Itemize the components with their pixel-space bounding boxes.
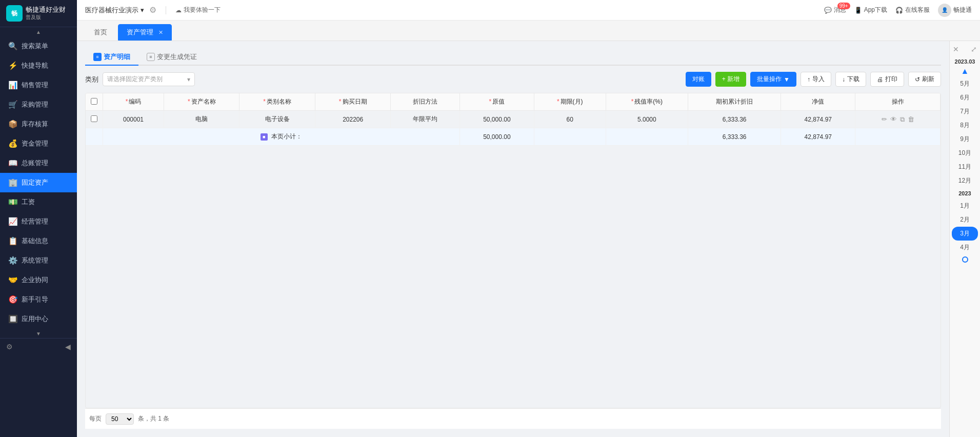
download-btn[interactable]: ↓ 下载 (835, 72, 866, 87)
refresh-label: 刷新 (922, 75, 934, 84)
sidebar-item-label: 经营管理 (22, 217, 48, 226)
subtotal-label: ■ 本页小计： (103, 128, 460, 146)
row-actions: ✏ 👁 ⧉ 🗑 (855, 111, 941, 128)
header-net-value: 净值 (781, 93, 855, 111)
row-category: 电子设备 (239, 111, 315, 128)
right-panel: ✕ ⤢ 2023.03 ▲ 5月 6月 7月 8月 9月 10月 11月 12月… (949, 41, 980, 437)
per-page-label: 每页 (89, 414, 102, 423)
tab-home-label: 首页 (94, 28, 107, 36)
tab-asset-mgmt[interactable]: 资产管理 ✕ (118, 24, 172, 41)
sidebar-scroll-up[interactable]: ▲ (0, 27, 77, 36)
online-service-btn[interactable]: 🎧 在线客服 (895, 6, 930, 14)
user-menu[interactable]: 👤 畅捷通 (938, 4, 972, 17)
feedback-btn[interactable]: ☁ 我要体验一下 (175, 6, 221, 14)
inventory-icon: 📦 (8, 120, 17, 129)
import-btn[interactable]: ↑ 导入 (801, 72, 831, 87)
sidebar-item-system[interactable]: ⚙️ 系统管理 (0, 251, 77, 270)
sidebar-item-search[interactable]: 🔍 搜索菜单 (0, 36, 77, 56)
account-btn[interactable]: 对账 (686, 72, 711, 87)
month-12[interactable]: 12月 (950, 174, 980, 188)
month-5[interactable]: 5月 (950, 77, 980, 91)
refresh-btn[interactable]: ↺ 刷新 (908, 72, 941, 87)
month-4[interactable]: 4月 (950, 241, 980, 254)
import-label: 导入 (812, 75, 825, 84)
messages-btn[interactable]: 💬 消息 99+ (824, 6, 846, 14)
right-panel-expand-icon[interactable]: ⤢ (971, 45, 977, 53)
month-9[interactable]: 9月 (950, 132, 980, 146)
sidebar-item-fixed-assets[interactable]: 🏢 固定资产 (0, 173, 77, 192)
tab-home[interactable]: 首页 (85, 24, 116, 41)
sidebar-logo: 畅 畅捷通好业财 普及版 (0, 0, 77, 27)
month-2[interactable]: 2月 (950, 213, 980, 227)
sidebar-item-guide[interactable]: 🎯 新手引导 (0, 290, 77, 309)
sidebar-item-quick-nav[interactable]: ⚡ 快捷导航 (0, 56, 77, 75)
sidebar-item-label: 库存核算 (22, 120, 48, 129)
panel-scroll-up[interactable]: ▲ (960, 66, 970, 77)
month-10[interactable]: 10月 (950, 146, 980, 160)
subtotal-original-value: 50,000.00 (459, 128, 534, 146)
sidebar-item-ledger[interactable]: 📖 总账管理 (0, 153, 77, 173)
month-7[interactable]: 7月 (950, 105, 980, 118)
header-period: *期限(月) (534, 93, 606, 111)
asset-table-wrapper: *编码 *资产名称 *类别名称 *购买日期 折旧方法 *原值 *期限(月) *残… (85, 93, 941, 408)
scroll-indicator[interactable] (962, 256, 968, 263)
sidebar-item-inventory[interactable]: 📦 库存核算 (0, 114, 77, 134)
download-icon: ↓ (842, 76, 845, 83)
copy-icon[interactable]: ⧉ (900, 115, 905, 124)
tab-close-icon[interactable]: ✕ (158, 29, 163, 35)
sidebar-item-app-center[interactable]: 🔲 应用中心 (0, 309, 77, 329)
subtotal-accumulated: 6,333.36 (688, 128, 781, 146)
sidebar-item-basic-info[interactable]: 📋 基础信息 (0, 231, 77, 251)
sub-tabs: ≡ 资产明细 ≡ 变更生成凭证 (85, 49, 941, 66)
right-panel-close-icon[interactable]: ✕ (953, 45, 959, 53)
sub-tab-asset-detail[interactable]: ≡ 资产明细 (85, 49, 138, 66)
online-service-label: 在线客服 (905, 6, 930, 14)
print-btn[interactable]: 🖨 打印 (870, 72, 904, 87)
download-icon: 📱 (854, 7, 862, 14)
view-icon[interactable]: 👁 (890, 115, 897, 124)
sidebar-item-label: 固定资产 (22, 178, 48, 187)
new-btn[interactable]: + 新增 (715, 72, 746, 87)
row-net-value: 42,874.97 (781, 111, 855, 128)
logo-icon: 畅 (6, 5, 23, 22)
header-residual-rate: *残值率(%) (606, 93, 688, 111)
company-selector[interactable]: 医疗器械行业演示 ▾ (85, 6, 144, 15)
sidebar-item-label: 新手引导 (22, 295, 48, 304)
sidebar-item-purchase[interactable]: 🛒 采购管理 (0, 95, 77, 114)
month-6[interactable]: 6月 (950, 91, 980, 105)
row-purchase-date: 202206 (315, 111, 390, 128)
app-download-label: App下载 (864, 6, 887, 14)
sidebar-item-fund[interactable]: 💰 资金管理 (0, 134, 77, 153)
app-download-btn[interactable]: 📱 App下载 (854, 6, 887, 14)
sidebar-item-sales[interactable]: 📊 销售管理 (0, 75, 77, 95)
gear-icon[interactable]: ⚙ (149, 5, 156, 15)
sidebar-item-enterprise[interactable]: 🤝 企业协同 (0, 270, 77, 290)
content-area: ≡ 资产明细 ≡ 变更生成凭证 类别 请选择固定资产类别 ▾ 对账 + 新增 (77, 41, 980, 437)
category-filter[interactable]: 请选择固定资产类别 ▾ (103, 72, 195, 86)
header-original-value: *原值 (459, 93, 534, 111)
sales-icon: 📊 (8, 81, 17, 90)
row-checkbox[interactable] (91, 115, 97, 122)
per-page-select[interactable]: 50 100 200 (106, 413, 134, 425)
month-11[interactable]: 11月 (950, 160, 980, 174)
delete-icon[interactable]: 🗑 (908, 115, 914, 124)
right-panel-header: ✕ ⤢ (950, 45, 980, 53)
app-center-icon: 🔲 (8, 314, 17, 324)
month-3-active[interactable]: 3月 (952, 227, 978, 241)
sidebar-item-operation[interactable]: 📈 经营管理 (0, 212, 77, 231)
enterprise-icon: 🤝 (8, 275, 17, 285)
sub-tab-change-voucher[interactable]: ≡ 变更生成凭证 (138, 49, 205, 66)
select-all-checkbox[interactable] (91, 98, 97, 105)
sidebar-scroll-down[interactable]: ▼ (0, 329, 77, 338)
sidebar-item-label: 工资 (22, 197, 35, 207)
batch-btn[interactable]: 批量操作 ▼ (750, 72, 796, 87)
edit-icon[interactable]: ✏ (882, 115, 887, 124)
row-accumulated-depreciation: 6,333.36 (688, 111, 781, 128)
month-1[interactable]: 1月 (950, 199, 980, 213)
settings-icon[interactable]: ⚙ (6, 343, 13, 351)
avatar: 👤 (938, 4, 951, 17)
month-8[interactable]: 8月 (950, 118, 980, 132)
sidebar-item-payroll[interactable]: 💵 工资 (0, 192, 77, 212)
sub-tab-change-voucher-label: 变更生成凭证 (157, 52, 197, 62)
collapse-icon[interactable]: ◀ (65, 343, 71, 351)
